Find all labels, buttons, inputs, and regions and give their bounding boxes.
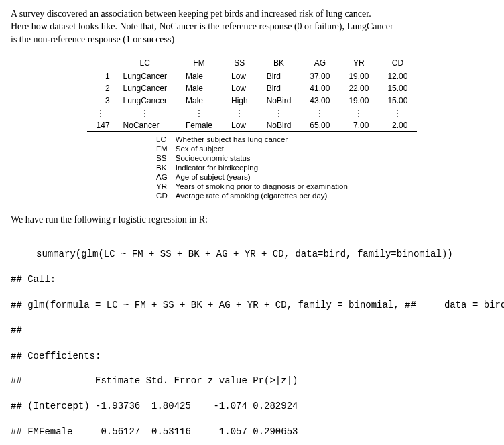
- intro-paragraph: A survey discovered an association betwe…: [11, 8, 493, 46]
- cell-yr: 19.00: [339, 94, 378, 107]
- legend-row: SSSocioeconomic status: [152, 153, 352, 163]
- cell-fm: Female: [176, 119, 222, 132]
- cell-cd: 2.00: [378, 119, 417, 132]
- dots-cell: ⋮: [176, 107, 222, 119]
- cell-yr: 7.00: [339, 119, 378, 132]
- table-row: 147 NoCancer Female Low NoBird 65.00 7.0…: [87, 119, 418, 132]
- cell-bk: Bird: [257, 82, 301, 94]
- cell-lc: LungCancer: [114, 82, 176, 94]
- cell-ag: 43.00: [300, 94, 339, 107]
- cell-idx: 2: [87, 82, 114, 94]
- legend-desc: Indicator for birdkeeping: [172, 163, 352, 172]
- dots-cell: ⋮: [300, 107, 339, 119]
- legend-desc: Sex of subject: [172, 144, 352, 153]
- table-row: 1 LungCancer Male Low Bird 37.00 19.00 1…: [87, 70, 418, 82]
- cell-fm: Male: [176, 94, 222, 107]
- cell-fm: Male: [176, 82, 222, 94]
- cell-yr: 22.00: [339, 82, 378, 94]
- intro-line2: Here how dataset looks like. Note that, …: [11, 21, 393, 31]
- legend-desc: Age of subject (years): [172, 172, 352, 182]
- legend-abbr: SS: [152, 153, 172, 163]
- legend-row: CDAverage rate of smoking (cigarettes pe…: [152, 191, 352, 200]
- summary-call: summary(glm(LC ~ FM + SS + BK + AG + YR …: [36, 248, 493, 261]
- code-line: ## FMFemale 0.56127 0.53116 1.057 0.2906…: [11, 426, 493, 438]
- intro2: We have run the following r logistic reg…: [11, 214, 493, 227]
- dots-cell: ⋮: [87, 107, 114, 119]
- legend-abbr: BK: [152, 163, 172, 172]
- dots-cell: ⋮: [114, 107, 176, 119]
- table-ellipsis-row: ⋮ ⋮ ⋮ ⋮ ⋮ ⋮ ⋮ ⋮: [87, 107, 418, 119]
- cell-ss: Low: [222, 119, 257, 132]
- dots-cell: ⋮: [378, 107, 417, 119]
- cell-ag: 37.00: [300, 70, 339, 82]
- legend-row: LCWhether subject has lung cancer: [152, 135, 352, 144]
- legend-row: YRYears of smoking prior to diagnosis or…: [152, 182, 352, 191]
- cell-idx: 3: [87, 94, 114, 107]
- dots-cell: ⋮: [222, 107, 257, 119]
- col-ss: SS: [222, 56, 257, 70]
- dots-cell: ⋮: [339, 107, 378, 119]
- legend-table: LCWhether subject has lung cancer FMSex …: [152, 135, 352, 200]
- col-ag: AG: [300, 56, 339, 70]
- legend-abbr: CD: [152, 191, 172, 200]
- r-output: summary(glm(LC ~ FM + SS + BK + AG + YR …: [11, 236, 493, 445]
- legend-abbr: YR: [152, 182, 172, 191]
- code-line: ## Call:: [11, 273, 493, 286]
- legend-desc: Socioeconomic status: [172, 153, 352, 163]
- col-lc: LC: [114, 56, 176, 70]
- col-yr: YR: [339, 56, 378, 70]
- cell-lc: NoCancer: [114, 119, 176, 132]
- table-row: 2 LungCancer Male Low Bird 41.00 22.00 1…: [87, 82, 418, 94]
- legend-desc: Average rate of smoking (cigarettes per …: [172, 191, 352, 200]
- cell-lc: LungCancer: [114, 94, 176, 107]
- cell-ss: High: [222, 94, 257, 107]
- legend-desc: Years of smoking prior to diagnosis or e…: [172, 182, 352, 191]
- dots-cell: ⋮: [257, 107, 301, 119]
- cell-ag: 41.00: [300, 82, 339, 94]
- legend-abbr: LC: [152, 135, 172, 144]
- cell-ss: Low: [222, 82, 257, 94]
- cell-bk: NoBird: [257, 94, 301, 107]
- cell-fm: Male: [176, 70, 222, 82]
- dataset-table: LC FM SS BK AG YR CD 1 LungCancer Male L…: [87, 56, 418, 132]
- code-line: ## glm(formula = LC ~ FM + SS + BK + AG …: [11, 299, 493, 312]
- cell-cd: 15.00: [378, 94, 417, 107]
- legend-row: AGAge of subject (years): [152, 172, 352, 182]
- col-idx: [87, 56, 114, 70]
- intro-line1: A survey discovered an association betwe…: [11, 9, 371, 19]
- legend-desc: Whether subject has lung cancer: [172, 135, 352, 144]
- code-line: ## Coefficients:: [11, 350, 493, 363]
- legend-abbr: AG: [152, 172, 172, 182]
- cell-cd: 15.00: [378, 82, 417, 94]
- cell-idx: 147: [87, 119, 114, 132]
- dataset-header-row: LC FM SS BK AG YR CD: [87, 56, 418, 70]
- table-row: 3 LungCancer Male High NoBird 43.00 19.0…: [87, 94, 418, 107]
- legend-row: BKIndicator for birdkeeping: [152, 163, 352, 172]
- col-fm: FM: [176, 56, 222, 70]
- cell-cd: 12.00: [378, 70, 417, 82]
- code-line: ## (Intercept) -1.93736 1.80425 -1.074 0…: [11, 400, 493, 413]
- cell-idx: 1: [87, 70, 114, 82]
- intro-line3: is the non-reference response (1 or succ…: [11, 34, 174, 44]
- cell-lc: LungCancer: [114, 70, 176, 82]
- col-bk: BK: [257, 56, 301, 70]
- legend-abbr: FM: [152, 144, 172, 153]
- cell-ag: 65.00: [300, 119, 339, 132]
- cell-bk: NoBird: [257, 119, 301, 132]
- col-cd: CD: [378, 56, 417, 70]
- cell-bk: Bird: [257, 70, 301, 82]
- code-line: ##: [11, 324, 493, 337]
- code-line: ## Estimate Std. Error z value Pr(>|z|): [11, 375, 493, 387]
- cell-yr: 19.00: [339, 70, 378, 82]
- cell-ss: Low: [222, 70, 257, 82]
- legend-row: FMSex of subject: [152, 144, 352, 153]
